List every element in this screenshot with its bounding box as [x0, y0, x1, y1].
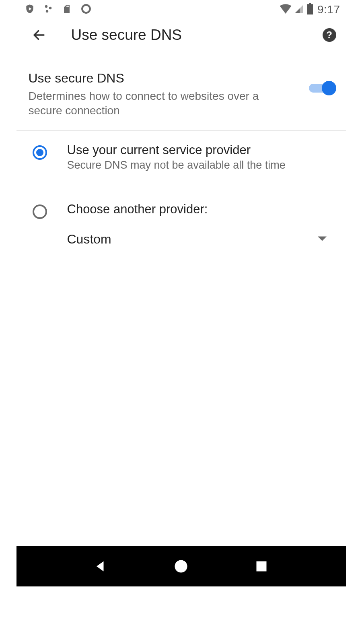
- nav-home-button[interactable]: [174, 559, 188, 573]
- toggle-text-group: Use secure DNS Determines how to connect…: [29, 71, 309, 118]
- radio-selected-icon: [33, 145, 47, 160]
- nav-recents-button[interactable]: [255, 560, 267, 572]
- help-button[interactable]: ?: [323, 28, 336, 42]
- secure-dns-toggle[interactable]: [309, 80, 334, 96]
- dropdown-selected-value: Custom: [67, 232, 318, 247]
- back-button[interactable]: [31, 27, 47, 43]
- svg-point-4: [175, 560, 187, 572]
- svg-point-3: [82, 5, 90, 13]
- circle-outline-icon: [81, 4, 91, 16]
- another-provider-title: Choose another provider:: [67, 202, 334, 217]
- shield-play-icon: [25, 3, 35, 16]
- wifi-icon: [280, 4, 292, 15]
- provider-dropdown[interactable]: Custom: [67, 232, 334, 247]
- toggle-subtitle: Determines how to connect to websites ov…: [29, 89, 293, 118]
- radio-label-group: Use your current service provider Secure…: [67, 143, 334, 171]
- toggle-title: Use secure DNS: [29, 71, 293, 86]
- system-nav-bar: [16, 546, 346, 586]
- current-provider-title: Use your current service provider: [67, 143, 334, 157]
- app-bar: Use secure DNS ?: [16, 19, 346, 52]
- nav-back-button[interactable]: [95, 559, 107, 573]
- toggle-thumb: [322, 81, 336, 95]
- chevron-down-icon: [318, 235, 327, 243]
- current-provider-subtitle: Secure DNS may not be available all the …: [67, 159, 334, 171]
- radio-another-provider[interactable]: Choose another provider:: [33, 200, 334, 221]
- svg-rect-5: [257, 561, 267, 572]
- content-spacer: [16, 267, 346, 546]
- page-title: Use secure DNS: [71, 27, 323, 43]
- radio-label-group: Choose another provider:: [67, 202, 334, 218]
- battery-icon: [307, 3, 313, 16]
- svg-point-1: [49, 7, 51, 9]
- status-time: 9:17: [317, 3, 340, 16]
- svg-point-2: [45, 10, 48, 12]
- status-bar: 9:17: [16, 0, 346, 19]
- sd-card-icon: [62, 4, 72, 16]
- dots-icon: [44, 4, 53, 15]
- radio-unselected-icon: [33, 204, 47, 219]
- dns-options: Use your current service provider Secure…: [16, 131, 346, 267]
- question-mark-icon: ?: [326, 29, 332, 41]
- cellular-signal-icon: [294, 4, 304, 15]
- svg-point-0: [45, 5, 47, 8]
- status-left-icons: [25, 3, 91, 16]
- radio-current-provider[interactable]: Use your current service provider Secure…: [33, 141, 334, 173]
- status-right-icons: 9:17: [280, 3, 340, 16]
- secure-dns-toggle-row[interactable]: Use secure DNS Determines how to connect…: [16, 52, 346, 131]
